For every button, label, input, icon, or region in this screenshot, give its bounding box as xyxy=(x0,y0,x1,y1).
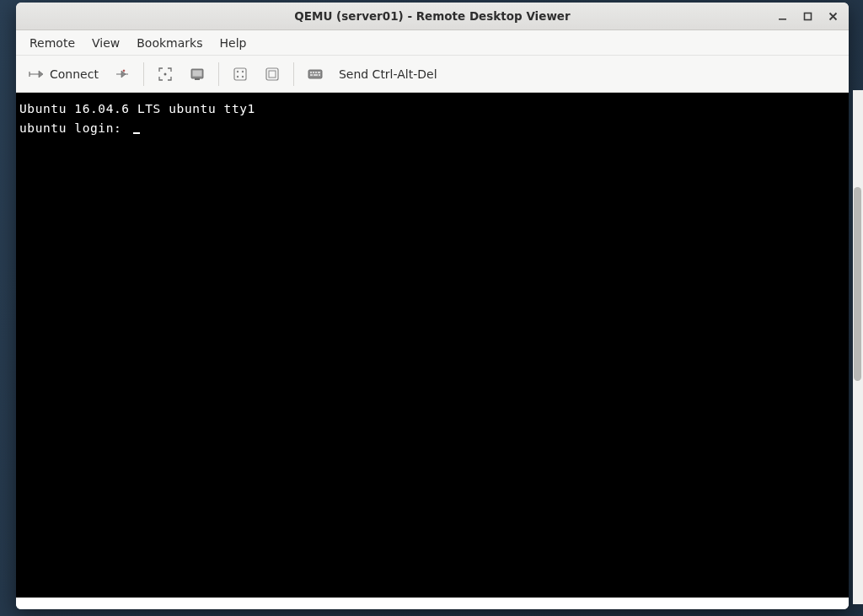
menu-bookmarks[interactable]: Bookmarks xyxy=(128,33,211,53)
separator xyxy=(293,62,294,86)
scaling-button[interactable] xyxy=(256,60,288,88)
svg-point-2 xyxy=(163,72,166,75)
menubar: Remote View Bookmarks Help xyxy=(16,30,849,56)
svg-point-7 xyxy=(237,70,239,72)
svg-rect-16 xyxy=(315,72,317,73)
screenshot-icon xyxy=(189,66,206,83)
svg-rect-4 xyxy=(192,70,201,76)
window-controls xyxy=(770,3,844,29)
minimize-button[interactable] xyxy=(770,6,794,26)
disconnect-button[interactable] xyxy=(106,60,138,88)
maximize-button[interactable] xyxy=(796,6,819,26)
terminal-line: Ubuntu 16.04.6 LTS ubuntu tty1 xyxy=(19,99,845,119)
keyboard-button[interactable] xyxy=(299,60,331,88)
view-only-button[interactable] xyxy=(224,60,256,88)
separator xyxy=(218,62,219,86)
app-window: QEMU (server01) - Remote Desktop Viewer … xyxy=(16,3,849,609)
screenshot-button[interactable] xyxy=(181,60,213,88)
fullscreen-button[interactable] xyxy=(149,60,181,88)
svg-rect-6 xyxy=(234,68,246,80)
send-cad-label: Send Ctrl-Alt-Del xyxy=(339,67,437,81)
view-only-icon xyxy=(232,66,249,83)
svg-rect-1 xyxy=(804,13,811,19)
send-cad-button[interactable]: Send Ctrl-Alt-Del xyxy=(331,60,445,88)
login-prompt: ubuntu login: xyxy=(19,121,130,135)
svg-rect-11 xyxy=(266,68,278,80)
keyboard-icon xyxy=(307,66,324,83)
svg-rect-0 xyxy=(779,19,786,20)
fullscreen-icon xyxy=(157,66,174,83)
svg-rect-15 xyxy=(313,72,314,73)
login-prompt-line: ubuntu login: xyxy=(19,119,845,138)
svg-rect-17 xyxy=(318,72,320,73)
svg-rect-18 xyxy=(310,74,313,76)
svg-rect-12 xyxy=(269,71,276,78)
close-icon xyxy=(828,12,838,21)
svg-point-10 xyxy=(242,75,244,77)
svg-rect-19 xyxy=(314,74,318,76)
svg-rect-20 xyxy=(319,74,320,76)
scaling-icon xyxy=(264,66,281,83)
svg-rect-14 xyxy=(310,72,312,73)
svg-rect-5 xyxy=(195,78,200,80)
separator xyxy=(143,62,144,86)
connect-button[interactable]: Connect xyxy=(20,60,106,88)
window-title: QEMU (server01) - Remote Desktop Viewer xyxy=(294,9,570,23)
terminal-viewport[interactable]: Ubuntu 16.04.6 LTS ubuntu tty1 ubuntu lo… xyxy=(16,93,849,597)
scrollbar-thumb[interactable] xyxy=(854,187,861,381)
maximize-icon xyxy=(803,12,812,21)
terminal-cursor xyxy=(133,132,140,134)
svg-point-8 xyxy=(242,70,244,72)
connect-icon xyxy=(28,66,45,83)
close-button[interactable] xyxy=(821,6,844,26)
connect-label: Connect xyxy=(50,67,99,81)
menu-remote[interactable]: Remote xyxy=(21,33,83,53)
toolbar: Connect xyxy=(16,56,849,93)
svg-point-9 xyxy=(237,75,239,77)
menu-help[interactable]: Help xyxy=(211,33,255,53)
titlebar: QEMU (server01) - Remote Desktop Viewer xyxy=(16,3,849,30)
disconnect-icon xyxy=(114,66,131,83)
statusbar xyxy=(16,597,849,609)
menu-view[interactable]: View xyxy=(83,33,128,53)
minimize-icon xyxy=(778,12,787,21)
scrollbar[interactable] xyxy=(853,90,863,604)
